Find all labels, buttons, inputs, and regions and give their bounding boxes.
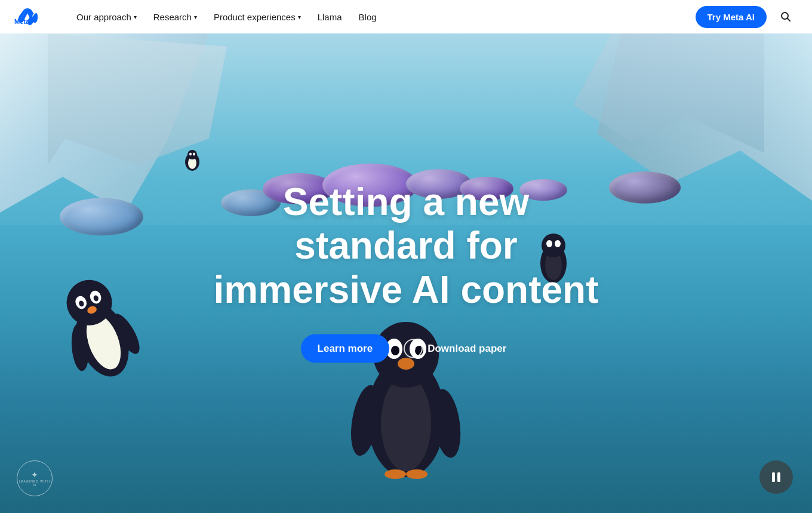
svg-point-5 xyxy=(189,153,192,156)
nav-item-our-approach[interactable]: Our approach ▾ xyxy=(69,7,144,27)
nav-item-research[interactable]: Research ▾ xyxy=(146,7,204,27)
meta-logo[interactable]: Meta xyxy=(14,7,50,26)
svg-point-4 xyxy=(187,150,197,159)
hero-background: Setting a new standard for immersive AI … xyxy=(0,33,812,513)
search-icon xyxy=(780,11,792,23)
nav-item-product-experiences[interactable]: Product experiences ▾ xyxy=(207,7,308,27)
svg-point-28 xyxy=(406,469,427,479)
ai-watermark: ✦ IMAGINED WITH AI xyxy=(17,460,53,496)
chevron-down-icon: ▾ xyxy=(134,14,137,20)
svg-text:Meta: Meta xyxy=(14,18,30,25)
svg-rect-35 xyxy=(777,472,780,482)
svg-rect-34 xyxy=(772,472,775,482)
pause-icon xyxy=(770,471,783,484)
chevron-down-icon: ▾ xyxy=(298,14,301,20)
chevron-down-icon: ▾ xyxy=(194,14,197,20)
pause-button[interactable] xyxy=(759,460,793,494)
search-button[interactable] xyxy=(774,5,798,29)
hero-buttons: Learn more → Download paper xyxy=(203,331,609,367)
navbar: Meta Our approach ▾ Research ▾ Product e… xyxy=(0,0,812,33)
arrow-right-icon: → xyxy=(404,339,423,358)
svg-point-18 xyxy=(381,376,431,471)
penguin-small-top xyxy=(179,150,206,171)
nav-item-llama[interactable]: Llama xyxy=(310,7,349,27)
download-paper-button[interactable]: → Download paper xyxy=(399,331,511,367)
navbar-right: Try Meta AI xyxy=(696,5,798,29)
hero-title: Setting a new standard for immersive AI … xyxy=(203,180,609,312)
nav-links: Our approach ▾ Research ▾ Product experi… xyxy=(69,7,384,27)
floating-sphere-purple-6 xyxy=(609,171,681,204)
try-meta-ai-button[interactable]: Try Meta AI xyxy=(696,6,767,28)
hero-content: Setting a new standard for immersive AI … xyxy=(203,180,609,367)
navbar-left: Meta Our approach ▾ Research ▾ Product e… xyxy=(14,7,384,27)
svg-point-6 xyxy=(193,153,195,156)
svg-point-27 xyxy=(385,469,406,479)
watermark-text: IMAGINED WITH AI xyxy=(17,480,52,487)
floating-sphere-blue-1 xyxy=(60,198,143,236)
learn-more-button[interactable]: Learn more xyxy=(301,334,390,363)
hero-section: Setting a new standard for immersive AI … xyxy=(0,33,812,513)
nav-item-blog[interactable]: Blog xyxy=(352,7,384,27)
